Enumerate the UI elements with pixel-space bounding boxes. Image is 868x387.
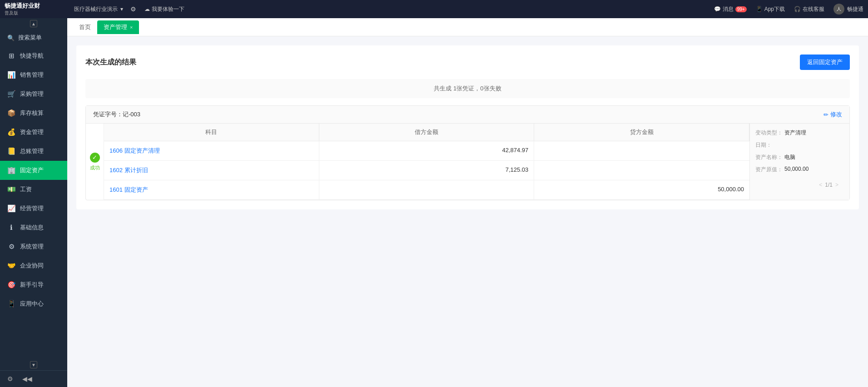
pagination: < 1/1 > — [755, 178, 844, 192]
logo-area: 畅捷通好业财 普及版 — [5, 2, 70, 16]
sidebar-scroll: 🔍 搜索菜单 ⊞ 快捷导航 📊 销售管理 🛒 采购管理 📦 库存核算 💰 — [0, 29, 67, 359]
cooperation-icon: 🤝 — [7, 262, 15, 270]
payroll-icon: 💵 — [7, 185, 15, 194]
sidebar-item-purchase[interactable]: 🛒 采购管理 — [0, 84, 67, 104]
funds-icon: 💰 — [7, 128, 15, 136]
settings-icon[interactable]: ⚙ — [127, 4, 140, 15]
voucher-content: ✓成功科目借方金额贷方金额1606 固定资产清理42,874.971602 累计… — [86, 124, 849, 200]
sidebar-settings-icon[interactable]: ⚙ — [7, 375, 13, 382]
table-row: 1601 固定资产50,000.00 — [104, 180, 749, 200]
scroll-up[interactable]: ▲ — [0, 18, 67, 29]
sidebar-item-cooperation[interactable]: 🤝 企业协同 — [0, 256, 67, 275]
sidebar-search[interactable]: 🔍 搜索菜单 — [0, 29, 67, 46]
fixed-assets-icon: 🏢 — [7, 166, 15, 174]
chevron-down-icon: ▾ — [120, 6, 123, 12]
download-icon: 📱 — [756, 6, 763, 12]
status-column: ✓成功 — [86, 124, 104, 200]
app-edition: 普及版 — [5, 10, 70, 16]
content-area: 首页 资产管理 × 本次生成的结果 返回固定资产 共生成 1张凭证，0张失败 — [67, 18, 868, 387]
top-header: 畅捷通好业财 普及版 医疗器械行业演示 ▾ ⚙ ☁ 我要体验一下 💬 消息 99… — [0, 0, 868, 18]
home-icon: ⊞ — [7, 52, 15, 60]
sidebar-item-app-center[interactable]: 📱 应用中心 — [0, 294, 67, 313]
sidebar-item-funds[interactable]: 💰 资金管理 — [0, 123, 67, 142]
sidebar-item-basic-info[interactable]: ℹ 基础信息 — [0, 218, 67, 237]
header-actions: 💬 消息 99+ 📱 App下载 🎧 在线客服 人 畅捷通 — [714, 4, 863, 15]
sidebar-bottom: ⚙ ◀◀ — [0, 370, 67, 387]
sidebar-item-system[interactable]: ⚙ 系统管理 — [0, 237, 67, 256]
scroll-down[interactable]: ▼ — [0, 359, 67, 370]
tab-home[interactable]: 首页 — [74, 23, 95, 31]
page-info: 1/1 — [825, 182, 833, 188]
sidebar-item-inventory[interactable]: 📦 库存核算 — [0, 104, 67, 123]
sales-icon: 📊 — [7, 71, 15, 79]
sidebar-collapse-icon[interactable]: ◀◀ — [22, 375, 32, 382]
result-panel: 本次生成的结果 返回固定资产 共生成 1张凭证，0张失败 凭证字号：记-003 … — [76, 45, 859, 209]
messages-btn[interactable]: 💬 消息 99+ — [714, 5, 747, 13]
sidebar: ▲ 🔍 搜索菜单 ⊞ 快捷导航 📊 销售管理 🛒 采购管理 📦 库存核算 — [0, 18, 67, 387]
env-selector[interactable]: 医疗器械行业演示 ▾ — [70, 4, 127, 15]
main-layout: ▲ 🔍 搜索菜单 ⊞ 快捷导航 📊 销售管理 🛒 采购管理 📦 库存核算 — [0, 18, 868, 387]
meta-asset-name: 资产名称： 电脑 — [755, 154, 844, 161]
table-row: 1602 累计折旧7,125.03 — [104, 161, 749, 180]
online-support-btn[interactable]: 🎧 在线客服 — [794, 5, 824, 13]
inventory-icon: 📦 — [7, 109, 15, 117]
scroll-up-arrow[interactable]: ▲ — [30, 20, 37, 27]
messages-badge: 99+ — [735, 6, 747, 12]
app-name: 畅捷通好业财 — [5, 2, 70, 10]
search-icon: 🔍 — [7, 35, 15, 41]
user-area[interactable]: 人 畅捷通 — [833, 4, 863, 15]
page-content: 本次生成的结果 返回固定资产 共生成 1张凭证，0张失败 凭证字号：记-003 … — [67, 36, 868, 387]
meta-date: 日期： — [755, 141, 844, 149]
tab-asset-management[interactable]: 资产管理 × — [97, 20, 139, 34]
table-row: 1606 固定资产清理42,874.97 — [104, 141, 749, 161]
system-icon: ⚙ — [7, 243, 15, 251]
tab-close-btn[interactable]: × — [130, 25, 133, 30]
voucher-table-area: ✓成功科目借方金额贷方金额1606 固定资产清理42,874.971602 累计… — [86, 124, 749, 200]
try-experience-btn[interactable]: ☁ 我要体验一下 — [144, 5, 184, 13]
edit-voucher-btn[interactable]: ✏ 修改 — [823, 110, 842, 119]
avatar: 人 — [833, 4, 844, 15]
app-center-icon: 📱 — [7, 300, 15, 308]
sidebar-item-ledger[interactable]: 📒 总账管理 — [0, 142, 67, 161]
basic-info-icon: ℹ — [7, 223, 15, 232]
prev-page-btn[interactable]: < — [819, 182, 822, 188]
meta-change-type: 变动类型： 资产清理 — [755, 129, 844, 137]
voucher-meta-panel: 变动类型： 资产清理 日期： 资产名称： 电脑 — [749, 124, 849, 200]
purchase-icon: 🛒 — [7, 90, 15, 98]
voucher-section: 凭证字号：记-003 ✏ 修改 ✓成功科目借方金额贷方金额1606 固定资产清理… — [85, 105, 850, 200]
ledger-icon: 📒 — [7, 147, 15, 155]
sidebar-item-quick-nav[interactable]: ⊞ 快捷导航 — [0, 46, 67, 65]
message-icon: 💬 — [714, 6, 721, 12]
voucher-number: 凭证字号：记-003 — [93, 110, 140, 119]
headset-icon: 🎧 — [794, 6, 801, 12]
sidebar-item-newbie[interactable]: 🎯 新手引导 — [0, 275, 67, 294]
sidebar-item-operations[interactable]: 📈 经营管理 — [0, 199, 67, 218]
tab-label: 资产管理 — [104, 23, 127, 31]
next-page-btn[interactable]: > — [835, 182, 838, 188]
page-title: 本次生成的结果 — [85, 58, 136, 67]
edit-icon: ✏ — [823, 111, 828, 118]
tab-bar: 首页 资产管理 × — [67, 18, 868, 36]
app-download-btn[interactable]: 📱 App下载 — [756, 5, 785, 13]
result-header: 本次生成的结果 返回固定资产 — [85, 55, 850, 70]
result-summary: 共生成 1张凭证，0张失败 — [85, 79, 850, 98]
return-fixed-assets-btn[interactable]: 返回固定资产 — [800, 55, 850, 70]
env-label: 医疗器械行业演示 — [74, 5, 118, 13]
operations-icon: 📈 — [7, 204, 15, 213]
cloud-icon: ☁ — [144, 6, 150, 12]
newbie-icon: 🎯 — [7, 281, 15, 289]
meta-original-value: 资产原值： 50,000.00 — [755, 166, 844, 174]
voucher-header: 凭证字号：记-003 ✏ 修改 — [86, 106, 849, 124]
sidebar-item-payroll[interactable]: 💵 工资 — [0, 180, 67, 199]
sidebar-item-sales[interactable]: 📊 销售管理 — [0, 65, 67, 84]
sidebar-item-fixed-assets[interactable]: 🏢 固定资产 — [0, 161, 67, 180]
scroll-down-arrow[interactable]: ▼ — [30, 361, 37, 368]
user-name: 畅捷通 — [847, 5, 863, 13]
